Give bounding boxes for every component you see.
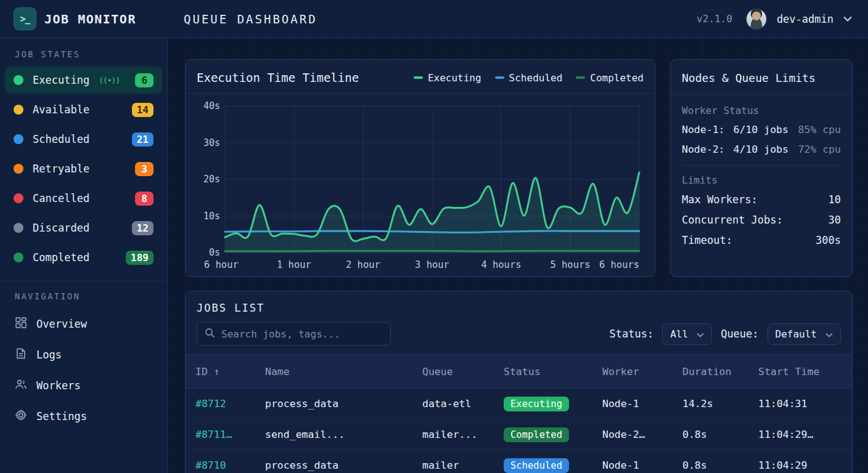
count-badge: 8 [135, 192, 154, 206]
state-label: Executing [33, 74, 89, 86]
table-row[interactable]: #8710 process_data mailer Scheduled Node… [186, 450, 852, 473]
user-avatar[interactable] [746, 9, 767, 30]
navigation-section: NAVIGATION Overview Logs [0, 281, 167, 432]
sidebar-item-retryable[interactable]: Retryable 3 [5, 155, 162, 182]
main-content: Execution Time Timeline Executing Schedu… [168, 38, 868, 473]
job-queue: mailer [422, 459, 504, 471]
sidebar-item-completed[interactable]: Completed 189 [5, 244, 162, 271]
sidebar-item-logs[interactable]: Logs [0, 339, 167, 370]
sidebar-item-cancelled[interactable]: Cancelled 8 [5, 185, 162, 212]
column-header-duration[interactable]: Duration [682, 366, 758, 378]
sidebar-item-workers[interactable]: Workers [0, 370, 167, 401]
job-start-time: 11:04:29… [758, 429, 852, 440]
limit-row: Concurrent Jobs: 30 [682, 214, 841, 226]
count-badge: 6 [135, 73, 154, 87]
sidebar-item-settings[interactable]: Settings [0, 401, 167, 432]
legend-item-scheduled[interactable]: Scheduled [495, 72, 563, 84]
table-row[interactable]: #8712 process_data data-etl Executing No… [186, 389, 852, 419]
column-header-id[interactable]: ID ↑ [195, 366, 265, 378]
node-jobs: 4/10 jobs [734, 144, 788, 155]
chart-legend: Executing Scheduled Completed [414, 72, 644, 84]
username-label: dev-admin [777, 13, 833, 25]
job-start-time: 11:04:31 [758, 398, 852, 410]
sidebar-item-scheduled[interactable]: Scheduled 21 [5, 126, 162, 153]
column-header-start-time[interactable]: Start Time [758, 366, 852, 378]
svg-text:4 hours: 4 hours [481, 259, 521, 270]
limit-row: Max Workers: 10 [682, 193, 841, 206]
limit-value: 10 [829, 193, 841, 206]
legend-item-completed[interactable]: Completed [576, 72, 644, 84]
column-header-queue[interactable]: Queue [422, 366, 504, 378]
svg-text:0s: 0s [209, 247, 220, 258]
sidebar-item-discarded[interactable]: Discarded 12 [5, 214, 162, 241]
queue-filter-select[interactable]: Default [768, 323, 841, 345]
legend-item-executing[interactable]: Executing [414, 72, 481, 84]
limit-label: Concurrent Jobs: [682, 214, 783, 226]
job-start-time: 11:04:29 [758, 459, 852, 471]
job-id-link[interactable]: #8711… [195, 429, 265, 440]
queue-filter-label: Queue: [721, 328, 758, 340]
node-jobs: 6/10 jobs [734, 124, 788, 135]
limits-section: Limits Max Workers: 10 Concurrent Jobs: … [682, 165, 841, 246]
limit-value: 300s [816, 234, 841, 246]
job-worker: Node-2… [602, 429, 682, 440]
node-cpu: 72% cpu [798, 144, 841, 155]
svg-text:6 hours: 6 hours [599, 259, 639, 270]
live-signal-icon: ((•)) [99, 76, 120, 85]
timeline-chart: 0s10s20s30s40s6 hour1 hour2 hour3 hour4 … [186, 94, 655, 277]
jobs-table-header: ID ↑ Name Queue Status Worker Duration S… [186, 354, 852, 389]
timeline-chart-svg: 0s10s20s30s40s6 hour1 hour2 hour3 hour4 … [197, 99, 644, 273]
navigation-section-title: NAVIGATION [0, 291, 167, 301]
nav-label: Settings [36, 410, 87, 422]
app-window: >_ JOB MONITOR QUEUE DASHBOARD v2.1.0 de… [0, 0, 868, 473]
job-id-link[interactable]: #8710 [195, 459, 265, 471]
state-label: Available [33, 103, 89, 116]
jobs-list-card: JOBS LIST Status: All Que [185, 291, 853, 473]
chevron-down-icon [825, 328, 833, 340]
nav-label: Workers [36, 379, 81, 392]
retryable-state-dot [14, 164, 23, 174]
legend-label: Scheduled [509, 72, 563, 84]
job-id-link[interactable]: #8712 [195, 398, 265, 410]
topbar: >_ JOB MONITOR QUEUE DASHBOARD v2.1.0 de… [0, 0, 868, 38]
jobs-list-title: JOBS LIST [186, 291, 852, 314]
completed-state-dot [14, 253, 23, 262]
sidebar-item-executing[interactable]: Executing ((•)) 6 [5, 67, 162, 94]
job-duration: 0.8s [682, 459, 758, 471]
job-name: process_data [265, 459, 422, 471]
chevron-down-icon [697, 328, 704, 340]
search-box [197, 322, 391, 346]
svg-text:5 hours: 5 hours [550, 259, 590, 270]
status-badge: Scheduled [504, 458, 569, 473]
job-worker: Node-1 [602, 459, 682, 471]
legend-label: Completed [590, 72, 644, 84]
column-header-worker[interactable]: Worker [602, 366, 682, 378]
nodes-card-title: Nodes & Queue Limits [671, 60, 852, 95]
node-status-row: Node-2: 4/10 jobs 72% cpu [682, 144, 841, 155]
state-label: Retryable [33, 163, 89, 175]
status-filter-value: All [670, 328, 688, 340]
status-filter-select[interactable]: All [662, 323, 712, 345]
node-status-row: Node-1: 6/10 jobs 85% cpu [682, 124, 841, 135]
worker-status-label: Worker Status [682, 105, 841, 116]
limit-label: Timeout: [682, 234, 732, 246]
job-duration: 0.8s [682, 429, 758, 440]
user-menu-chevron-down-icon[interactable] [843, 16, 852, 22]
column-header-status[interactable]: Status [504, 366, 602, 378]
column-header-name[interactable]: Name [265, 366, 422, 378]
limit-row: Timeout: 300s [682, 234, 841, 246]
table-row[interactable]: #8711… send_email... mailer... Completed… [186, 419, 852, 450]
svg-text:2 hour: 2 hour [346, 259, 380, 270]
execution-timeline-card: Execution Time Timeline Executing Schedu… [185, 59, 655, 277]
count-badge: 12 [132, 221, 154, 235]
search-input[interactable] [221, 328, 383, 340]
sidebar-item-available[interactable]: Available 14 [5, 96, 162, 123]
svg-text:40s: 40s [203, 100, 220, 111]
limit-label: Max Workers: [682, 193, 758, 206]
app-brand: >_ JOB MONITOR [0, 7, 168, 30]
svg-text:3 hour: 3 hour [415, 259, 449, 270]
state-label: Discarded [33, 222, 89, 234]
cancelled-state-dot [14, 193, 23, 203]
sidebar-item-overview[interactable]: Overview [0, 309, 167, 339]
grid-icon [15, 317, 27, 331]
